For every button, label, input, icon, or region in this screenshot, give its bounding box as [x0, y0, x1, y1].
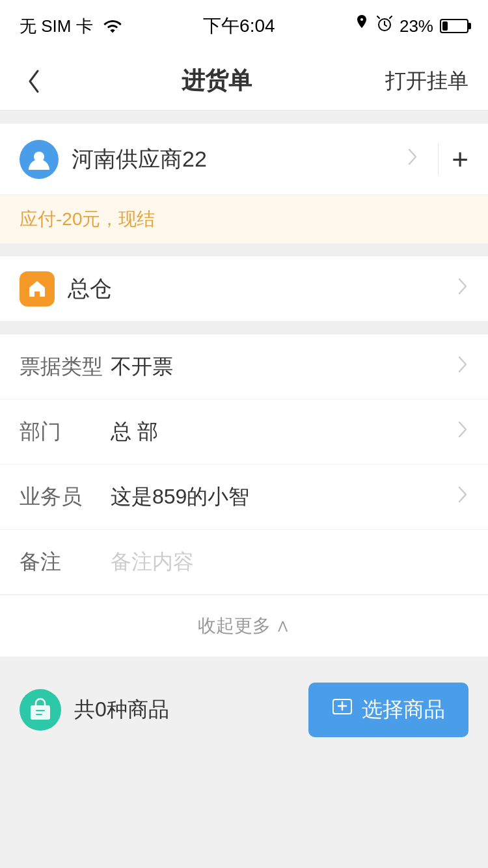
content-below — [0, 750, 488, 868]
department-chevron-icon — [457, 420, 468, 444]
department-row[interactable]: 部门 总 部 — [0, 400, 488, 465]
notice-text: 应付-20元，现结 — [20, 209, 155, 229]
svg-rect-2 — [31, 705, 50, 720]
alarm-icon — [376, 15, 393, 38]
remark-row[interactable]: 备注 备注内容 — [0, 530, 488, 595]
nav-bar: 进货单 打开挂单 — [0, 52, 488, 111]
salesperson-chevron-icon — [457, 485, 468, 509]
supplier-row[interactable]: 河南供应商22 + — [0, 124, 488, 195]
status-time: 下午6:04 — [203, 14, 275, 38]
notice-bar: 应付-20元，现结 — [0, 195, 488, 243]
select-product-button[interactable]: 选择商品 — [308, 683, 468, 737]
add-supplier-button[interactable]: + — [438, 143, 468, 176]
section-gap-4 — [0, 657, 488, 670]
bottom-bar: 共0种商品 选择商品 — [0, 670, 488, 750]
supplier-avatar — [20, 140, 59, 179]
warehouse-chevron-icon — [457, 277, 468, 301]
battery-icon — [440, 19, 468, 33]
remark-label: 备注 — [20, 548, 104, 576]
salesperson-row[interactable]: 业务员 这是859的小智 — [0, 465, 488, 530]
product-count-text: 共0种商品 — [74, 696, 308, 724]
remark-input[interactable]: 备注内容 — [104, 548, 468, 576]
status-right: 23% — [354, 15, 468, 38]
invoice-type-value: 不开票 — [104, 353, 457, 381]
department-label: 部门 — [20, 418, 104, 446]
status-bar: 无 SIM 卡 下午6:04 23% — [0, 0, 488, 52]
select-product-icon — [332, 698, 355, 722]
page-title: 进货单 — [182, 65, 252, 97]
department-value: 总 部 — [104, 418, 457, 446]
product-icon — [20, 689, 61, 731]
collapse-text: 收起更多 ∧ — [198, 614, 291, 638]
supplier-name: 河南供应商22 — [72, 144, 407, 174]
select-product-label: 选择商品 — [362, 696, 445, 724]
location-icon — [354, 15, 370, 38]
battery-percent: 23% — [400, 16, 433, 36]
back-button[interactable] — [20, 62, 48, 101]
invoice-type-chevron-icon — [457, 355, 468, 379]
invoice-type-row[interactable]: 票据类型 不开票 — [0, 334, 488, 400]
sim-text: 无 SIM 卡 — [20, 15, 93, 38]
wifi-icon — [101, 15, 124, 38]
collapse-row[interactable]: 收起更多 ∧ — [0, 595, 488, 657]
status-left: 无 SIM 卡 — [20, 15, 124, 38]
invoice-type-label: 票据类型 — [20, 353, 104, 381]
salesperson-value: 这是859的小智 — [104, 483, 457, 511]
salesperson-label: 业务员 — [20, 483, 104, 511]
warehouse-row[interactable]: 总仓 — [0, 256, 488, 321]
open-pending-button[interactable]: 打开挂单 — [385, 67, 468, 96]
supplier-chevron-icon — [407, 147, 418, 171]
section-gap-3 — [0, 321, 488, 334]
warehouse-name: 总仓 — [68, 274, 457, 304]
section-gap-1 — [0, 111, 488, 124]
section-gap-2 — [0, 243, 488, 256]
warehouse-icon — [20, 271, 55, 306]
